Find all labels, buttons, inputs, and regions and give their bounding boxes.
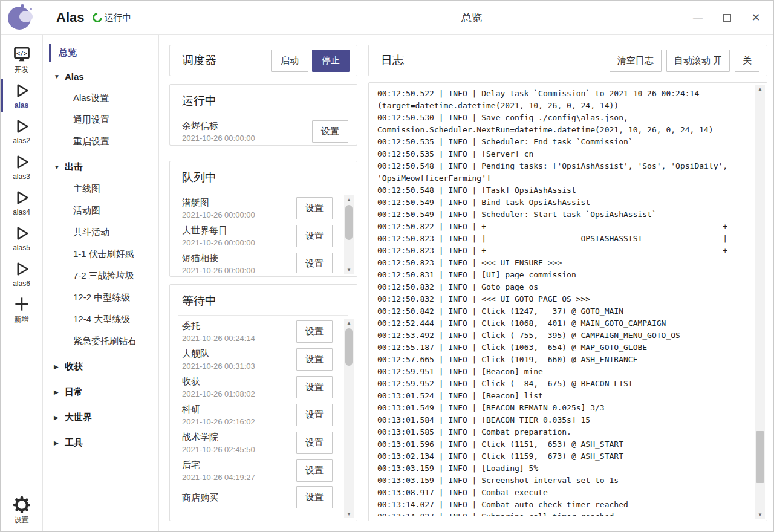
sidebar-item[interactable]: 重启设置 (43, 131, 158, 152)
scrollbar-thumb[interactable] (345, 205, 353, 240)
log-line: 00:12:50.823 | INFO | | OPSIASHASSIST | (377, 233, 749, 245)
scroll-up-arrow[interactable]: ▲ (344, 195, 354, 204)
task-next-run-time: 2021-10-26 02:16:02 (182, 416, 296, 427)
log-scrollbar[interactable]: ▲ ▼ (755, 85, 765, 519)
log-line: 00:12:59.952 | INFO | Click ( 84, 675) @… (377, 378, 749, 390)
task-setting-button[interactable]: 设置 (296, 486, 333, 508)
task-setting-button[interactable]: 设置 (312, 120, 348, 143)
sidebar-item[interactable]: 通用设置 (43, 109, 158, 131)
rail-item-alas3[interactable]: alas3 (1, 149, 42, 184)
chevron-icon: ▼ (54, 73, 65, 80)
log-line: 00:12:50.822 | INFO | +-----------------… (377, 221, 749, 233)
scroll-up-arrow[interactable]: ▲ (755, 85, 765, 93)
sidebar-item[interactable]: 7-2 三战捡垃圾 (43, 265, 158, 287)
sidebar-section-header[interactable]: ▶ 收获 (43, 355, 158, 377)
task-setting-button[interactable]: 设置 (296, 432, 333, 454)
scrollbar-thumb[interactable] (345, 328, 353, 366)
task-setting-button[interactable]: 设置 (296, 320, 333, 343)
sidebar-section-header[interactable]: ▼ 出击 (43, 156, 158, 178)
scroll-down-arrow[interactable]: ▼ (344, 510, 354, 518)
scroll-up-arrow[interactable]: ▲ (344, 319, 354, 327)
task-name: 大世界每日 (182, 224, 296, 237)
scheduler-stop-button[interactable]: 停止 (312, 50, 350, 72)
log-line: 00:13:03.159 | INFO | [Loading] 5% (377, 462, 749, 475)
task-row: 潜艇图 2021-10-26 00:00:00 设置 (182, 196, 333, 221)
rail-item-label: alas6 (13, 279, 30, 288)
task-name: 后宅 (182, 458, 296, 472)
task-name: 商店购买 (182, 491, 296, 504)
task-setting-button[interactable]: 设置 (296, 197, 333, 219)
sidebar-section-header[interactable]: ▶ 工具 (43, 432, 158, 453)
pending-scrollbar[interactable]: ▲ ▼ (344, 195, 354, 274)
rail-item-alas2[interactable]: alas2 (1, 113, 42, 149)
svg-text:</>: </> (16, 50, 27, 56)
log-line: 'OpsiMeowfficerFarming'] (377, 172, 749, 184)
sidebar-item[interactable]: 紧急委托刷钻石 (43, 330, 158, 352)
clear-log-button[interactable]: 清空日志 (610, 50, 662, 72)
plus-icon (13, 294, 31, 314)
rail-item-alas4[interactable]: alas4 (1, 184, 42, 220)
gear-icon (13, 495, 31, 514)
rail-item-label: alas5 (13, 244, 30, 252)
alas-logo-icon (7, 4, 34, 31)
log-line: 00:12:50.535 | INFO | Scheduler: End tas… (377, 136, 749, 148)
log-line: 00:12:50.832 | INFO | <<< UI GOTO PAGE_O… (377, 293, 749, 305)
page-title: 总览 (461, 11, 482, 25)
task-setting-button[interactable]: 设置 (296, 225, 333, 247)
log-line: 00:12:59.951 | INFO | [Beacon] mine (377, 366, 749, 378)
scroll-down-arrow[interactable]: ▼ (755, 510, 765, 519)
sidebar-item[interactable]: 活动图 (43, 199, 158, 221)
scrollbar-thumb[interactable] (756, 431, 764, 483)
log-line: 00:12:50.549 | INFO | Scheduler: Start t… (377, 209, 749, 221)
rail-item-alas5[interactable]: alas5 (1, 220, 42, 256)
waiting-scrollbar[interactable]: ▲ ▼ (344, 319, 354, 518)
titlebar: Alas 运行中 总览 — ✕ (1, 1, 773, 35)
sidebar-section-header[interactable]: ▶ 日常 (43, 381, 158, 403)
sidebar-item[interactable]: 12-2 中型练级 (43, 287, 158, 308)
log-line: 00:12:50.548 | INFO | [Task] OpsiAshAssi… (377, 184, 749, 196)
task-setting-button[interactable]: 设置 (296, 253, 333, 273)
scheduler-start-button[interactable]: 启动 (271, 50, 308, 72)
play-icon (13, 81, 31, 100)
task-name: 战术学院 (182, 430, 296, 444)
log-line: 00:12:50.823 | INFO | <<< UI ENSURE >>> (377, 257, 749, 269)
sidebar-item-overview[interactable]: 总览 (49, 44, 158, 62)
log-line: 00:13:01.584 | INFO | [BEACON_TIER 0.035… (377, 414, 749, 426)
task-next-run-time: 2021-10-26 01:08:02 (182, 388, 296, 400)
rail-item-开发[interactable]: </> 开发 (1, 42, 42, 77)
sidebar-item[interactable]: Alas设置 (43, 87, 158, 109)
task-row: 收获 2021-10-26 01:08:02 设置 (182, 375, 333, 400)
minimize-button[interactable]: — (692, 12, 703, 23)
log-close-button[interactable]: 关 (735, 50, 759, 72)
play-icon (13, 224, 31, 243)
log-line: 00:12:50.522 | INFO | Delay task `Commis… (377, 88, 749, 100)
sidebar-section-header[interactable]: ▼ Alas (43, 65, 158, 87)
close-button[interactable]: ✕ (750, 12, 761, 23)
log-output: 00:12:50.522 | INFO | Delay task `Commis… (377, 88, 749, 516)
task-setting-button[interactable]: 设置 (296, 348, 333, 371)
task-row: 短猫相接 2021-10-26 00:00:00 设置 (182, 251, 333, 273)
sidebar-item[interactable]: 共斗活动 (43, 221, 158, 243)
sidebar-section-header[interactable]: ▶ 大世界 (43, 406, 158, 428)
task-next-run-time: 2021-10-26 04:19:27 (182, 472, 296, 483)
chevron-icon: ▼ (54, 164, 65, 170)
log-header-card: 日志 清空日志 自动滚动 开 关 (368, 45, 767, 76)
task-setting-button[interactable]: 设置 (296, 404, 333, 426)
task-setting-button[interactable]: 设置 (296, 459, 333, 482)
sidebar-item[interactable]: 12-4 大型练级 (43, 308, 158, 330)
log-line: 00:13:14.027 | INFO | Combat auto check … (377, 499, 749, 511)
sidebar-item[interactable]: 1-1 伏击刷好感 (43, 243, 158, 265)
rail-item-alas[interactable]: alas (1, 77, 42, 113)
rail-item-alas6[interactable]: alas6 (1, 256, 42, 291)
scroll-down-arrow[interactable]: ▼ (344, 265, 354, 274)
rail-item-label: alas4 (13, 208, 30, 216)
autoscroll-toggle-button[interactable]: 自动滚动 开 (666, 50, 730, 72)
rail-item-新增[interactable]: 新增 (1, 291, 42, 327)
maximize-button[interactable] (721, 12, 732, 23)
task-setting-button[interactable]: 设置 (296, 376, 333, 398)
log-line: 00:12:57.665 | INFO | Click (1019, 660) … (377, 354, 749, 366)
task-row: 科研 2021-10-26 02:16:02 设置 (182, 403, 333, 427)
rail-item-settings[interactable]: 设置 (1, 492, 42, 528)
window-controls: — ✕ (692, 12, 761, 23)
sidebar-item[interactable]: 主线图 (43, 178, 158, 199)
